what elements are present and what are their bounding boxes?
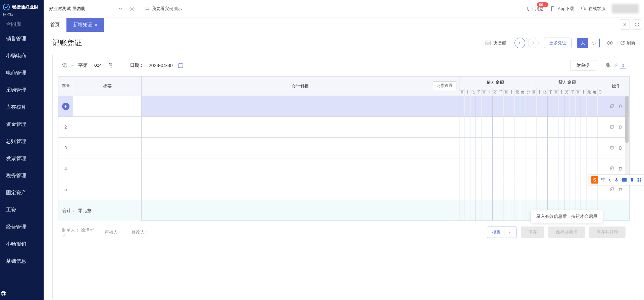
digit-label: 百 xyxy=(531,88,537,96)
add-row-button[interactable]: + xyxy=(62,103,69,110)
shortcut-button[interactable]: 快捷键 xyxy=(482,38,509,48)
cell-summary[interactable] xyxy=(73,96,142,117)
table-row[interactable]: 2 xyxy=(58,117,629,138)
delete-row-button[interactable] xyxy=(618,124,623,130)
refresh-button[interactable]: 刷新 xyxy=(620,40,635,46)
view-button[interactable] xyxy=(605,38,614,48)
attachment-link[interactable] xyxy=(613,63,618,68)
voucher-type-dropdown[interactable] xyxy=(70,63,75,68)
delete-row-button[interactable] xyxy=(618,187,623,192)
chevron-down-icon xyxy=(508,230,512,234)
cell-credit[interactable] xyxy=(531,96,603,117)
voucher-meta: 记 字第 号 日期： 2023-04-30 附单据 张 xyxy=(53,60,635,76)
demo-link[interactable]: 我要看实例演示 xyxy=(144,6,182,12)
cell-summary[interactable] xyxy=(73,138,142,158)
sidebar-item-ecommerce[interactable]: 电商管理 xyxy=(0,64,44,82)
cell-summary[interactable] xyxy=(73,158,142,179)
cell-account[interactable] xyxy=(142,158,459,179)
voucher-date[interactable]: 2023-04-30 xyxy=(147,62,174,69)
sidebar-item-cut[interactable]: 合同库 xyxy=(0,20,44,30)
sidebar-item-purchase[interactable]: 采购管理 xyxy=(0,82,44,99)
prev-voucher[interactable] xyxy=(514,38,525,48)
ime-grid-icon[interactable] xyxy=(637,178,642,182)
cell-debit[interactable] xyxy=(459,158,531,179)
calendar-button[interactable] xyxy=(178,62,184,68)
cell-account[interactable] xyxy=(142,96,459,117)
ime-keyboard-icon[interactable] xyxy=(622,178,627,182)
cell-account[interactable] xyxy=(142,179,459,200)
ime-lang[interactable]: 中 xyxy=(601,177,606,183)
close-icon[interactable]: × xyxy=(95,22,97,28)
fullscreen-button[interactable] xyxy=(632,19,642,30)
cell-debit[interactable] xyxy=(459,138,531,158)
avatar[interactable] xyxy=(612,4,639,13)
cell-credit[interactable] xyxy=(531,138,603,158)
app-download[interactable]: App下载 xyxy=(550,6,574,12)
delete-row-button[interactable] xyxy=(618,166,623,171)
table-row[interactable]: 3 xyxy=(58,138,629,158)
sidebar-item-xiaochang-ec[interactable]: 小畅电商 xyxy=(0,47,44,64)
copy-row-button[interactable] xyxy=(609,166,614,171)
delete-row-button[interactable] xyxy=(618,104,623,109)
copy-row-button[interactable] xyxy=(609,145,614,150)
cell-account[interactable] xyxy=(142,117,459,138)
voucher-number-input[interactable] xyxy=(91,63,105,68)
summary-input[interactable] xyxy=(73,96,141,116)
habit-settings-button[interactable]: 习惯设置 xyxy=(433,81,456,90)
table-row[interactable]: + xyxy=(58,96,629,117)
tab-home[interactable]: 首页 xyxy=(44,18,66,32)
cell-debit[interactable] xyxy=(459,179,531,200)
chat-icon xyxy=(144,6,150,11)
table-row[interactable]: 5 xyxy=(58,179,629,200)
copy-row-button[interactable] xyxy=(609,104,614,109)
sidebar-item-sales[interactable]: 销售管理 xyxy=(0,30,44,47)
close-tab-button[interactable] xyxy=(620,19,630,30)
cell-summary[interactable] xyxy=(73,179,142,200)
voucher-type[interactable]: 记 xyxy=(62,62,67,68)
sidebar-settings[interactable] xyxy=(0,287,44,300)
edit-maker[interactable] xyxy=(62,233,95,237)
ime-toolbar[interactable]: S 中 •, xyxy=(589,174,644,185)
sidebar-item-invoice[interactable]: 发票管理 xyxy=(0,150,44,167)
template-button[interactable]: 模板 xyxy=(487,227,517,238)
context-selector[interactable]: 好业财测试-量勿删 xyxy=(49,6,123,12)
table-row[interactable]: 4 xyxy=(58,158,629,179)
cell-debit[interactable] xyxy=(459,96,531,117)
sidebar-item-ledger[interactable]: 总账管理 xyxy=(0,133,44,150)
sidebar-item-fixed-assets[interactable]: 固定资产 xyxy=(0,184,44,201)
sidebar-item-funds[interactable]: 资金管理 xyxy=(0,116,44,133)
digit-label: 角 xyxy=(520,88,526,96)
sidebar-item-salary[interactable]: 工资 xyxy=(0,201,44,218)
copy-row-button[interactable] xyxy=(609,187,614,192)
copy-row-button[interactable] xyxy=(609,124,614,130)
sidebar-item-operations[interactable]: 经营管理 xyxy=(0,218,44,236)
tab-new-voucher[interactable]: 新增凭证 × xyxy=(66,18,104,32)
ime-punct-icon[interactable]: •, xyxy=(608,177,611,183)
digit-label: 百 xyxy=(482,88,487,96)
th-account: 会计科目 习惯设置 xyxy=(142,77,459,96)
settings-icon[interactable] xyxy=(129,6,135,12)
sidebar-item-inventory[interactable]: 库存核算 xyxy=(0,99,44,116)
delete-row-button[interactable] xyxy=(618,145,623,150)
ime-mic-icon[interactable] xyxy=(614,178,619,182)
size-big[interactable]: 大 xyxy=(577,38,588,48)
cell-debit[interactable] xyxy=(459,117,531,138)
attach-document-button[interactable]: 附单据 xyxy=(570,60,596,71)
cell-account[interactable] xyxy=(142,138,459,158)
sheet-count-value[interactable]: 0 xyxy=(620,63,626,68)
support[interactable]: 在线客服 xyxy=(580,6,606,12)
digit-label: 千 xyxy=(570,88,575,96)
cell-summary[interactable] xyxy=(73,117,142,138)
sidebar-item-basic[interactable]: 基础信息 xyxy=(0,253,44,270)
cell-credit[interactable] xyxy=(531,117,603,138)
messages[interactable]: 消息 99 + xyxy=(527,6,544,12)
sidebar-item-tax[interactable]: 税务管理 xyxy=(0,167,44,184)
table-scrollbar[interactable] xyxy=(625,96,629,183)
ime-skin-icon[interactable] xyxy=(630,178,634,182)
link-icon xyxy=(613,63,618,68)
size-small[interactable]: 小 xyxy=(588,38,599,48)
more-vouchers-button[interactable]: 更多凭证 xyxy=(544,38,572,48)
sidebar-item-reimburse[interactable]: 小畅报销 xyxy=(0,236,44,253)
digit-label: 十 xyxy=(559,88,564,96)
save-tooltip: 录入有效信息后，按钮才会启用 xyxy=(531,210,603,223)
